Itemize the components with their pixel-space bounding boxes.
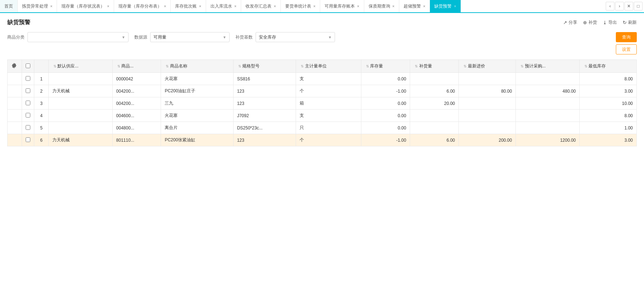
row-checkbox-1[interactable] xyxy=(26,88,30,93)
tab-prev-btn[interactable]: ‹ xyxy=(606,2,614,10)
tab-inventory-status[interactable]: 现存量（库存状况表） × xyxy=(57,0,114,12)
sort-unit-icon[interactable]: ⇅ xyxy=(301,64,304,68)
tab-picking-exception[interactable]: 拣货异常处理 × xyxy=(18,0,57,12)
refresh-icon: ↻ xyxy=(623,20,627,25)
close-tab-1[interactable]: × xyxy=(50,4,52,8)
sort-est-icon[interactable]: ⇅ xyxy=(521,64,523,68)
table-row: 2 力天机械 004200... PC200油缸庄子 123 个 -1.00 6… xyxy=(8,85,637,97)
row-index-cell: 3 xyxy=(34,97,49,110)
tab-available-ledger[interactable]: 可用量库存账本 × xyxy=(320,0,364,12)
tab-inventory-dist[interactable]: 现存量（库存分布表） × xyxy=(114,0,171,12)
close-tab-4[interactable]: × xyxy=(199,4,201,8)
col-header-unit: ⇅ 主计量单位 xyxy=(296,60,361,73)
table-body: 1 0000042 火花塞 SS816 支 0.00 8.00 2 力天机械 0… xyxy=(8,73,637,146)
tab-expiry[interactable]: 保质期查询 × xyxy=(364,0,399,12)
col-header-settings xyxy=(8,60,22,73)
filter-bar: 商品分类 ▼ 数据源 可用量 ▼ 补货基数 安全库存 ▼ 查询 设置 xyxy=(7,32,637,54)
row-replenish-cell: 6.00 xyxy=(410,85,459,97)
category-label: 商品分类 xyxy=(7,34,25,40)
row-latest-price-cell xyxy=(459,122,516,134)
sort-stock-icon[interactable]: ⇅ xyxy=(366,64,369,68)
sort-code-icon[interactable]: ⇅ xyxy=(117,64,120,68)
row-checkbox-cell xyxy=(22,85,34,97)
export-button[interactable]: ⤓ 导出 xyxy=(603,19,617,26)
datasource-select[interactable]: 可用量 ▼ xyxy=(150,32,230,42)
close-tab-8[interactable]: × xyxy=(357,4,359,8)
row-settings-cell xyxy=(8,85,22,97)
sort-min-icon[interactable]: ⇅ xyxy=(584,64,587,68)
data-table: ⇅ 默认供应... ⇅ 商品... ⇅ 商品名称 ⇅ 规格型号 ⇅ 主计量单 xyxy=(7,59,637,146)
row-checkbox-2[interactable] xyxy=(26,101,30,105)
row-name-cell: 火花塞 xyxy=(161,110,233,122)
row-checkbox-5[interactable] xyxy=(26,137,30,142)
close-tab-3[interactable]: × xyxy=(164,4,166,8)
row-code-cell: 0000042 xyxy=(112,73,161,85)
close-tab-9[interactable]: × xyxy=(392,4,395,8)
close-tab-10[interactable]: × xyxy=(423,4,425,8)
tab-shortage[interactable]: 缺货预警 × xyxy=(430,0,461,12)
tab-order-stat[interactable]: 要货单统计表 × xyxy=(281,0,320,12)
sort-replenish-icon[interactable]: ⇅ xyxy=(415,64,418,68)
row-checkbox-cell xyxy=(22,122,34,134)
replenish-label: 补货基数 xyxy=(235,34,253,40)
close-tab-2[interactable]: × xyxy=(107,4,109,8)
replenish-icon: ⊕ xyxy=(583,20,587,25)
row-latest-price-cell: 200.00 xyxy=(459,134,516,146)
row-stock-cell: -1.00 xyxy=(361,134,410,146)
table-header-row: ⇅ 默认供应... ⇅ 商品... ⇅ 商品名称 ⇅ 规格型号 ⇅ 主计量单 xyxy=(8,60,637,73)
row-checkbox-0[interactable] xyxy=(26,76,30,81)
table-row: 4 004600... 火花塞 J7092 支 0.00 8.00 xyxy=(8,110,637,122)
tab-home[interactable]: 首页 xyxy=(0,0,18,12)
tab-overstock[interactable]: 超储预警 × xyxy=(399,0,430,12)
row-est-purchase-cell: 1200.00 xyxy=(516,134,580,146)
tab-expand-btn[interactable]: □ xyxy=(634,2,643,10)
query-button[interactable]: 查询 xyxy=(616,32,637,42)
replenish-button[interactable]: ⊕ 补货 xyxy=(583,19,597,26)
tab-summary[interactable]: 收发存汇总表 × xyxy=(241,0,280,12)
close-tab-6[interactable]: × xyxy=(274,4,276,8)
share-button[interactable]: ↗ 分享 xyxy=(563,19,577,26)
tab-next-btn[interactable]: › xyxy=(615,2,624,10)
tab-nav-controls: ‹ › ✕ □ xyxy=(604,2,644,10)
row-min-stock-cell: 3.00 xyxy=(580,85,637,97)
replenish-select[interactable]: 安全库存 ▼ xyxy=(256,32,335,42)
row-checkbox-cell xyxy=(22,97,34,110)
row-stock-cell: 0.00 xyxy=(361,97,410,110)
category-select[interactable]: ▼ xyxy=(27,32,129,42)
sort-name-icon[interactable]: ⇅ xyxy=(166,64,169,68)
settings-button[interactable]: 设置 xyxy=(616,44,637,54)
datasource-filter-group: 数据源 可用量 ▼ xyxy=(134,32,230,42)
row-settings-cell xyxy=(8,134,22,146)
row-replenish-cell: 6.00 xyxy=(410,134,459,146)
tab-inout-flow[interactable]: 出入库流水 × xyxy=(206,0,241,12)
datasource-value: 可用量 xyxy=(153,34,166,40)
row-checkbox-4[interactable] xyxy=(26,125,30,130)
tab-close-all-btn[interactable]: ✕ xyxy=(625,2,633,10)
close-tab-7[interactable]: × xyxy=(313,4,316,8)
row-unit-cell: 支 xyxy=(296,73,361,85)
row-name-cell: PC200油缸庄子 xyxy=(161,85,233,97)
sort-supplier-icon[interactable]: ⇅ xyxy=(53,64,56,68)
row-est-purchase-cell xyxy=(516,122,580,134)
sort-spec-icon[interactable]: ⇅ xyxy=(238,64,241,68)
tab-batch-account[interactable]: 库存批次账 × xyxy=(171,0,206,12)
settings-gear-icon[interactable] xyxy=(11,63,17,69)
col-header-index xyxy=(34,60,49,73)
close-tab-5[interactable]: × xyxy=(234,4,236,8)
page-title: 缺货预警 xyxy=(7,19,30,26)
close-tab-11[interactable]: × xyxy=(454,4,456,8)
row-stock-cell: 0.00 xyxy=(361,110,410,122)
row-est-purchase-cell xyxy=(516,73,580,85)
select-all-checkbox[interactable] xyxy=(26,63,30,68)
sort-price-icon[interactable]: ⇅ xyxy=(464,64,466,68)
row-spec-cell: J7092 xyxy=(233,110,296,122)
refresh-button[interactable]: ↻ 刷新 xyxy=(623,19,637,26)
datasource-arrow-icon: ▼ xyxy=(223,35,226,39)
col-header-min-stock: ⇅ 最低库存 xyxy=(580,60,637,73)
row-settings-cell xyxy=(8,122,22,134)
row-checkbox-3[interactable] xyxy=(26,113,30,118)
row-spec-cell: 123 xyxy=(233,85,296,97)
category-arrow-icon: ▼ xyxy=(122,35,125,39)
row-supplier-cell: 力天机械 xyxy=(49,85,113,97)
filter-action-group: 查询 设置 xyxy=(616,32,637,54)
